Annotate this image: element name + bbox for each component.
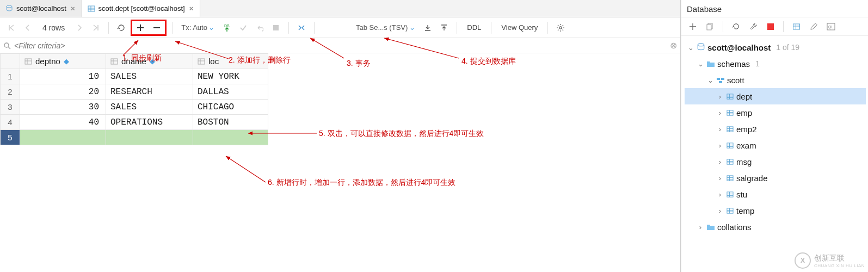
row-number[interactable]: 3 <box>1 100 20 115</box>
tree-table-salgrade[interactable]: ›salgrade <box>685 170 868 186</box>
tree-table-msg[interactable]: ›msg <box>685 153 868 170</box>
tree-schemas[interactable]: ⌄ schemas 1 <box>685 55 868 72</box>
last-page-button[interactable] <box>89 21 103 35</box>
table-row[interactable]: 110SALESNEW YORK <box>1 69 268 84</box>
export-format-dropdown[interactable]: Tab Se...s (TSV) ⌄ <box>353 23 418 32</box>
tree-collations[interactable]: › collations <box>685 219 868 235</box>
cell-deptno[interactable]: 10 <box>20 69 106 84</box>
cell-loc[interactable]: NEW YORK <box>193 69 268 84</box>
chevron-right-icon: › <box>716 92 724 101</box>
chevron-right-icon: › <box>697 223 704 231</box>
settings-button[interactable] <box>746 20 760 33</box>
compare-button[interactable] <box>294 21 309 35</box>
database-toolbar: QL <box>681 17 868 36</box>
separator <box>783 21 784 32</box>
grid-corner[interactable] <box>1 54 20 69</box>
table-row[interactable]: 5 <box>1 130 268 145</box>
tree-connection[interactable]: ⌄ scott@localhost 1 of 19 <box>685 39 868 55</box>
last-page-icon <box>92 24 100 32</box>
tree-table-dept[interactable]: ›dept <box>685 88 866 104</box>
cell-dname[interactable]: SALES <box>106 100 193 115</box>
edit-button[interactable] <box>807 20 821 33</box>
separator <box>457 22 457 34</box>
new-button[interactable] <box>686 20 700 33</box>
table-row[interactable]: 220RESEARCHDALLAS <box>1 84 268 100</box>
add-row-button[interactable] <box>133 21 147 35</box>
next-page-button[interactable] <box>72 21 87 35</box>
rollback-button[interactable] <box>253 21 267 35</box>
cell-deptno[interactable]: 30 <box>20 100 106 115</box>
refresh-button[interactable] <box>729 20 743 33</box>
close-icon[interactable]: × <box>70 4 76 13</box>
row-number[interactable]: 1 <box>1 69 20 84</box>
cell-dname[interactable]: OPERATIONS <box>106 115 193 130</box>
prev-page-button[interactable] <box>21 21 35 35</box>
separator <box>108 22 109 34</box>
tree-table-exam[interactable]: ›exam <box>685 137 868 153</box>
remove-row-button[interactable] <box>150 21 164 35</box>
filter-input[interactable] <box>14 41 667 50</box>
pencil-icon <box>810 22 818 30</box>
tree-schema-scott[interactable]: ⌄ scott <box>685 72 868 88</box>
svg-rect-34 <box>721 78 724 80</box>
console-button[interactable]: QL <box>824 20 838 33</box>
chevron-down-icon: ⌄ <box>697 60 704 68</box>
watermark: X 创新互联 CHUANG XIN HU LIAN <box>795 252 865 269</box>
svg-line-9 <box>8 47 10 49</box>
transaction-mode[interactable]: Tx: Auto ⌄ <box>178 23 218 32</box>
cell-dname[interactable] <box>106 130 193 145</box>
view-table-button[interactable] <box>789 20 803 33</box>
chevron-left-icon <box>24 24 31 31</box>
row-number[interactable]: 4 <box>1 115 20 130</box>
svg-rect-36 <box>727 94 733 98</box>
first-page-button[interactable] <box>4 21 19 35</box>
minus-icon <box>152 23 161 32</box>
cell-loc[interactable]: DALLAS <box>193 84 268 100</box>
ddl-button[interactable]: DDL <box>463 23 485 32</box>
tab-connection[interactable]: scott@localhost × <box>0 0 82 17</box>
commit-button[interactable] <box>236 21 250 35</box>
submit-to-db-button[interactable]: DB <box>220 21 234 35</box>
svg-rect-13 <box>111 59 118 64</box>
settings-button[interactable] <box>553 21 568 35</box>
cell-loc[interactable]: BOSTON <box>193 115 268 130</box>
column-header-deptno[interactable]: deptno ◆ <box>20 54 106 69</box>
svg-rect-27 <box>793 24 799 29</box>
row-number[interactable]: 2 <box>1 84 20 100</box>
import-upload-button[interactable] <box>437 21 451 35</box>
cell-loc[interactable] <box>193 130 268 145</box>
stop-icon <box>767 23 774 30</box>
tree-table-temp[interactable]: ›temp <box>685 202 868 219</box>
chevron-right-icon <box>76 24 83 31</box>
stop-button[interactable] <box>764 20 778 33</box>
svg-rect-6 <box>273 25 279 30</box>
close-icon[interactable]: × <box>188 4 195 13</box>
chevron-right-icon: › <box>716 141 724 150</box>
row-number[interactable]: 5 <box>1 130 20 145</box>
cell-deptno[interactable]: 20 <box>20 84 106 100</box>
table-row[interactable]: 440OPERATIONSBOSTON <box>1 115 268 130</box>
table-row[interactable]: 330SALESCHICAGO <box>1 100 268 115</box>
chevron-right-icon: › <box>716 109 724 117</box>
gear-icon <box>556 23 565 32</box>
copy-button[interactable] <box>703 20 717 33</box>
export-download-button[interactable] <box>421 21 435 35</box>
tree-table-emp[interactable]: ›emp <box>685 104 868 121</box>
refresh-button[interactable] <box>114 21 128 35</box>
cell-deptno[interactable]: 40 <box>20 115 106 130</box>
tree-table-stu[interactable]: ›stu <box>685 186 868 202</box>
tree-label: emp <box>736 108 752 118</box>
cell-dname[interactable]: RESEARCH <box>106 84 193 100</box>
cell-deptno[interactable] <box>20 130 106 145</box>
watermark-text: 创新互联 <box>814 254 865 263</box>
stop-button[interactable] <box>269 21 283 35</box>
cell-dname[interactable]: SALES <box>106 69 193 84</box>
tab-table-editor[interactable]: scott.dept [scott@localhost] × <box>82 0 201 17</box>
clear-filter-button[interactable]: ⊗ <box>670 40 677 51</box>
tree-table-emp2[interactable]: ›emp2 <box>685 121 868 137</box>
view-query-button[interactable]: View Query <box>497 23 542 32</box>
tree-label: msg <box>736 157 752 166</box>
cell-loc[interactable]: CHICAGO <box>193 100 268 115</box>
check-icon <box>239 24 247 32</box>
database-connection-icon <box>697 43 705 52</box>
